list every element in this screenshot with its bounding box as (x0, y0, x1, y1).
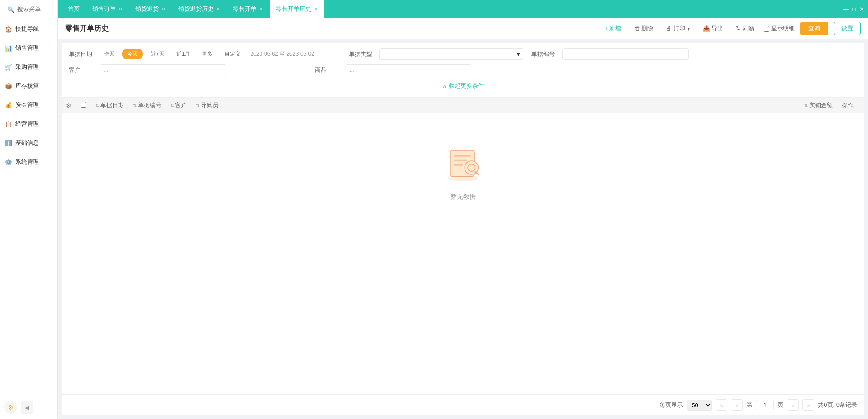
sidebar-bottom: ⚙ ◀ (0, 395, 57, 419)
gear-icon: ⚙️ (5, 158, 13, 166)
sidebar-item-label: 经营管理 (15, 120, 39, 128)
toolbar: 零售开单历史 + 新增 🗑 删除 🖨 打印 ▾ 📤 导出 ↻ 刷新 显示明细 (58, 18, 868, 39)
sidebar-item-finance[interactable]: 💰 资金管理 (0, 95, 57, 114)
export-button[interactable]: 📤 导出 (699, 23, 727, 34)
th-no[interactable]: 单据编号 (128, 98, 166, 113)
home-icon: 🏠 (5, 25, 13, 33)
tab-sales-return[interactable]: 销货退货 ✕ (129, 0, 172, 18)
tab-home-label: 首页 (68, 5, 80, 13)
tab-sales-return-history-close[interactable]: ✕ (216, 6, 220, 12)
per-page-label: 每页显示 (659, 401, 683, 409)
toolbar-actions: + 新增 🗑 删除 🖨 打印 ▾ 📤 导出 ↻ 刷新 显示明细 查询 设置 (601, 22, 861, 35)
select-all-checkbox[interactable] (81, 102, 86, 108)
sidebar-item-label: 采购管理 (15, 63, 39, 71)
th-date[interactable]: 单据日期 (91, 98, 128, 113)
tab-sales-return-history[interactable]: 销货退货历史 ✕ (172, 0, 227, 18)
custom-btn[interactable]: 自定义 (220, 49, 245, 59)
th-salesperson[interactable]: 导购员 (191, 98, 223, 113)
print-button[interactable]: 🖨 打印 ▾ (662, 23, 694, 34)
sidebar-item-inventory[interactable]: 📦 库存核算 (0, 76, 57, 95)
filter-row-2: 客户 ... 商品 ... (69, 64, 857, 75)
th-settings[interactable]: ⚙ (62, 98, 76, 113)
show-detail-checkbox-group[interactable]: 显示明细 (764, 24, 795, 33)
sidebar-item-label: 系统管理 (15, 158, 39, 166)
sidebar: 🔍 搜索采单 🏠 快捷导航 📊 销售管理 🛒 采购管理 📦 库存核算 💰 资金管… (0, 0, 58, 419)
collapse-up-icon: ∧ (442, 83, 447, 89)
goods-group: 商品 ... (315, 64, 472, 75)
today-btn[interactable]: 今天 (122, 49, 143, 59)
week7-btn[interactable]: 近7天 (147, 49, 169, 59)
prev-page-button[interactable]: ‹ (731, 399, 743, 411)
th-spacer (223, 98, 800, 113)
first-page-button[interactable]: « (716, 399, 727, 411)
th-customer[interactable]: 客户 (166, 98, 192, 113)
settings-button[interactable]: ⚙ (5, 401, 17, 414)
date-filter-label: 单据日期 (69, 50, 96, 58)
sidebar-item-operations[interactable]: 📋 经营管理 (0, 114, 57, 133)
bill-no-input[interactable] (562, 48, 689, 60)
sidebar-item-purchase-mgmt[interactable]: 🛒 采购管理 (0, 57, 57, 76)
total-text: 共0页, 0条记录 (818, 401, 857, 409)
tab-sales-order-label: 销售订单 (92, 5, 116, 13)
info-icon: ℹ️ (5, 139, 13, 147)
page-input[interactable] (756, 400, 774, 410)
svg-rect-2 (454, 155, 470, 157)
query-button[interactable]: 查询 (800, 22, 828, 35)
last-page-button[interactable]: » (802, 399, 814, 411)
tab-sales-order[interactable]: 销售订单 ✕ (86, 0, 129, 18)
sidebar-search-label: 搜索采单 (17, 5, 41, 14)
export-button-label: 📤 导出 (703, 24, 724, 33)
data-table: ⚙ 单据日期 单据编号 客户 导购员 实销金额 操作 (62, 98, 864, 113)
sidebar-item-label: 基础信息 (15, 139, 39, 147)
tab-retail-open-history[interactable]: 零售开单历史 ✕ (270, 0, 324, 18)
table-area: ⚙ 单据日期 单据编号 客户 导购员 实销金额 操作 (62, 98, 864, 394)
delete-button[interactable]: 🗑 删除 (631, 23, 657, 34)
collapse-label: 收起更多条件 (449, 82, 484, 90)
sidebar-item-sys-mgmt[interactable]: ⚙️ 系统管理 (0, 152, 57, 171)
add-button[interactable]: + 新增 (601, 23, 625, 34)
page-suffix: 页 (778, 401, 783, 409)
minimize-button[interactable]: — (843, 6, 849, 13)
add-button-label: + 新增 (604, 24, 621, 33)
show-detail-checkbox[interactable] (764, 26, 769, 32)
date-range-text: 2023-06-02 至 2023-06-02 (250, 50, 314, 58)
yesterday-btn[interactable]: 昨天 (100, 49, 119, 59)
page-title: 零售开单历史 (65, 24, 601, 33)
close-button[interactable]: ✕ (859, 6, 864, 13)
maximize-button[interactable]: □ (852, 6, 856, 13)
per-page-select[interactable]: 20 50 100 (687, 400, 712, 411)
dropdown-arrow-icon: ▾ (517, 51, 520, 57)
collapse-filter-button[interactable]: ∧ 收起更多条件 (439, 80, 488, 92)
tab-sales-return-close[interactable]: ✕ (161, 6, 166, 12)
sidebar-item-sales-mgmt[interactable]: 📊 销售管理 (0, 38, 57, 57)
bill-no-group: 单据编号 (531, 48, 689, 60)
th-amount[interactable]: 实销金额 (800, 98, 837, 113)
chart-icon: 📊 (5, 44, 13, 52)
collapse-sidebar-button[interactable]: ◀ (21, 401, 33, 414)
goods-label: 商品 (315, 66, 342, 74)
month1-btn[interactable]: 近1月 (172, 49, 194, 59)
goods-placeholder: ... (350, 66, 355, 73)
bill-type-select[interactable]: ▾ (379, 48, 524, 60)
more-btn[interactable]: 更多 (198, 49, 217, 59)
tab-home[interactable]: 首页 (62, 0, 86, 18)
tab-retail-open-close[interactable]: ✕ (259, 6, 263, 12)
setting-button[interactable]: 设置 (834, 22, 861, 35)
th-checkbox[interactable] (76, 98, 91, 113)
th-action: 操作 (837, 98, 864, 113)
box-icon: 📦 (5, 82, 13, 90)
briefcase-icon: 📋 (5, 120, 13, 128)
goods-input[interactable]: ... (346, 64, 472, 75)
sidebar-item-label: 资金管理 (15, 101, 39, 109)
sidebar-search[interactable]: 🔍 搜索采单 (0, 0, 57, 19)
customer-input[interactable]: ... (100, 64, 226, 75)
next-page-button[interactable]: › (787, 399, 799, 411)
sidebar-item-basic-info[interactable]: ℹ️ 基础信息 (0, 133, 57, 152)
sidebar-item-quick-nav[interactable]: 🏠 快捷导航 (0, 19, 57, 38)
refresh-button[interactable]: ↻ 刷新 (732, 23, 758, 34)
tab-retail-open[interactable]: 零售开单 ✕ (227, 0, 270, 18)
tab-retail-open-history-close[interactable]: ✕ (314, 6, 318, 12)
svg-rect-4 (454, 164, 463, 166)
main-area: 首页 销售订单 ✕ 销货退货 ✕ 销货退货历史 ✕ 零售开单 ✕ 零售开单历史 … (58, 0, 868, 419)
tab-sales-order-close[interactable]: ✕ (119, 6, 123, 12)
